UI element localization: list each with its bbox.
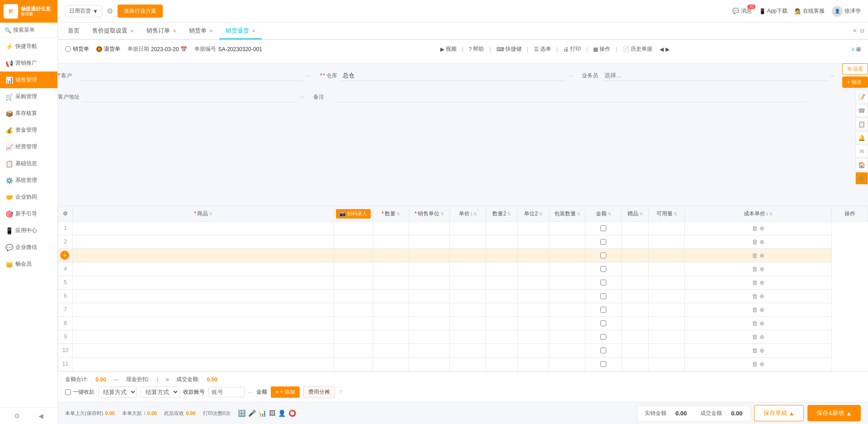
delete-row-3-icon[interactable]: 🗑 [752,252,758,259]
status-icon-6[interactable]: ⭕ [288,410,296,417]
copy-row-5-icon[interactable]: ⊕ [760,279,764,286]
gift-checkbox-7[interactable] [600,307,606,313]
gift-cell-3[interactable] [585,248,622,262]
status-icon-1[interactable]: 🔡 [238,410,245,417]
amount-sort-icon[interactable]: ⇅ [608,211,611,216]
qty-cell-1[interactable] [334,221,373,235]
qty2-cell-2[interactable] [450,235,486,248]
delete-row-2-icon[interactable]: 🗑 [752,238,758,245]
sales-unit-cell-3[interactable] [373,248,409,262]
amount-cell-3[interactable] [549,248,585,262]
cost-price-cell-2[interactable] [649,235,685,248]
prev-record-icon[interactable]: ◀ [660,46,664,52]
save-new-btn[interactable]: 保存&新增 ▲ [807,405,861,421]
unit2-cell-2[interactable] [486,235,518,248]
column-settings-icon[interactable]: ⚙ [63,210,68,217]
calendar-icon[interactable]: 📅 [180,46,187,52]
sidebar-item-marketing[interactable]: 📢 营销推广 [0,55,57,71]
calc-method-select[interactable]: 结算方式 [141,386,179,398]
gift-checkbox-5[interactable] [600,280,606,286]
tab-sales-order[interactable]: 销售订单 ✕ [140,23,183,39]
shortcut-keys-btn[interactable]: ⌨ 快捷键 [496,45,522,53]
copy-row-7-icon[interactable]: ⊕ [760,306,764,313]
salesperson-input[interactable] [603,70,828,81]
unit-price-cell-3[interactable] [409,248,450,262]
app-download-btn[interactable]: 📱 App下载 [759,7,788,15]
cost-price-info-icon[interactable]: ℹ [766,211,768,216]
user-menu[interactable]: 👤 徐泽华 [832,6,861,17]
th-gear[interactable]: ⚙ [58,206,73,221]
select-order-btn[interactable]: ☰ 选单 [534,45,551,53]
cash-discount-info-icon[interactable]: ℹ [156,376,159,383]
warehouse-dots[interactable]: ··· [568,72,573,79]
tab-close-price-setting[interactable]: ✕ [130,29,134,33]
tab-price-setting[interactable]: 售价提取设置 ✕ [86,23,140,39]
gift-sort-icon[interactable]: ⇅ [639,211,643,216]
history-btn[interactable]: 📄 历史单据 [623,45,652,53]
sidebar-item-purchase[interactable]: 🛒 采购管理 [0,88,57,105]
product-sort-icon[interactable]: ⇅ [209,211,212,216]
float-btn-6[interactable]: 🏠 [855,158,868,171]
sidebar-item-guide[interactable]: 🎯 新手引导 [0,205,57,222]
status-icon-5[interactable]: 👤 [278,410,286,417]
gift-cell-1[interactable] [585,221,622,235]
unit2-cell-1[interactable] [486,221,518,235]
radio-delivery[interactable]: 销货单 [65,45,89,53]
address-dots[interactable]: ··· [300,94,304,100]
delete-row-8-icon[interactable]: 🗑 [752,320,758,327]
qty2-cell-1[interactable] [450,221,486,235]
account-input[interactable] [208,387,245,397]
single-debt-info-icon[interactable]: ℹ [144,410,146,416]
qty2-sort-icon[interactable]: ⇅ [507,211,511,216]
sidebar-item-search[interactable]: 🔍 搜索菜单 [0,23,57,38]
fee-split-btn[interactable]: 费用分摊 [303,386,335,398]
gift-checkbox-10[interactable] [600,348,606,353]
status-icon-2[interactable]: 🎤 [248,410,256,417]
float-btn-4[interactable]: 🔔 [855,131,868,144]
address-input[interactable] [82,91,297,102]
qty-cell-2[interactable] [334,235,373,248]
gift-checkbox-9[interactable] [600,334,606,340]
video-btn[interactable]: ▶ 视频 [440,45,457,53]
next-record-icon[interactable]: ▶ [665,46,670,52]
tab-close-sales-return[interactable]: ✕ [252,29,255,33]
restore-tab-icon[interactable]: ⊟ [860,28,864,34]
online-service-btn[interactable]: 💁 在线客服 [795,7,825,15]
copy-row-2-icon[interactable]: ⊕ [760,238,764,245]
float-btn-2[interactable]: ☎ [855,104,868,117]
radio-return-input[interactable] [96,46,102,52]
unit-price-info-icon[interactable]: ℹ [471,211,472,216]
copy-row-6-icon[interactable]: ⊕ [760,293,764,300]
list-view-icon[interactable]: ≡ [851,46,854,52]
copy-row-8-icon[interactable]: ⊕ [760,320,764,327]
status-icon-4[interactable]: 🖼 [269,410,275,417]
sidebar-item-apps[interactable]: 📱 应用中心 [0,222,57,239]
available-sort-icon[interactable]: ⇅ [674,211,677,216]
warehouse-input[interactable] [341,70,566,81]
tab-close-sales-delivery[interactable]: ✕ [209,29,213,33]
qty2-cell-3[interactable] [450,248,486,262]
sidebar-item-member[interactable]: 👑 畅会员 [0,256,57,272]
close-all-tabs-icon[interactable]: ✕ [853,28,857,34]
sidebar-item-operation[interactable]: 📈 经营管理 [0,138,57,155]
qty-cell-3[interactable] [334,248,373,262]
status-icon-3[interactable]: 📊 [259,410,266,417]
gift-checkbox-1[interactable] [600,225,606,231]
float-btn-3[interactable]: 📋 [855,118,868,130]
experience-btn[interactable]: 体验行业方案 [118,5,163,18]
available-cell-3[interactable] [622,248,649,262]
customer-dots[interactable]: ··· [307,72,311,79]
one-click-payment-label[interactable]: 一键收款 [65,388,94,396]
unit-price-cell-1[interactable] [409,221,450,235]
account-dots[interactable]: ··· [248,389,253,395]
one-click-payment-checkbox[interactable] [65,389,71,395]
product-input-3[interactable] [75,252,332,259]
sidebar-item-finance[interactable]: 💰 资金管理 [0,122,57,138]
product-cell-3[interactable] [73,248,334,262]
float-btn-1[interactable]: 📝 [855,91,868,103]
cost-price-sort-icon[interactable]: ⇅ [769,211,773,216]
tab-sales-delivery[interactable]: 销货单 ✕ [183,23,219,39]
radio-delivery-input[interactable] [65,46,71,52]
delete-row-9-icon[interactable]: 🗑 [752,333,758,340]
scan-btn[interactable]: 📷 扫码录入 [336,209,371,219]
